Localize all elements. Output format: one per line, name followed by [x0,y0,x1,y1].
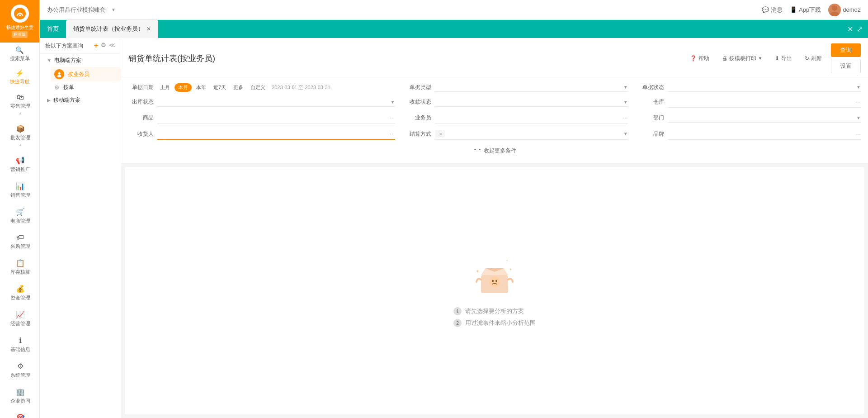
retail-icon: 🛍 [17,93,24,101]
operations-icon: 📈 [16,310,25,319]
date-more[interactable]: 更多 [231,83,246,92]
sidebar-item-wholesale[interactable]: 📦 批发管理 ▲ [0,120,39,152]
topbar-dropdown[interactable]: ▼ [111,7,116,12]
export-btn[interactable]: ⬇ 导出 [771,53,796,64]
sidebar-item-marketing[interactable]: 📢 营销推广 [0,152,39,177]
download-icon: 📱 [790,6,797,13]
date-last-7-days[interactable]: 近7天 [211,83,229,92]
date-last-month[interactable]: 上月 [157,83,173,92]
sidebar-item-inventory[interactable]: 📋 库存核算 [0,254,39,280]
pay-status-select[interactable]: ▼ [435,98,628,107]
sidebar-search[interactable]: 🔍 搜索菜单 [0,43,39,66]
date-custom[interactable]: 自定义 [248,83,268,92]
app-download-btn[interactable]: 📱 App下载 [790,6,821,14]
doc-status-label: 单据状态 [639,84,668,91]
sidebar-item-basic[interactable]: ℹ 基础信息 [0,332,39,357]
empty-hint-1: 1 请先选择要分析的方案 [453,307,536,315]
sidebar-item-sales[interactable]: 📊 销售管理 [0,177,39,203]
page-title-bar: 销货单统计表(按业务员) ❓ 帮助 🖨 按模板打印 ▼ ⬇ 导出 [121,38,868,77]
svg-text:✦: ✦ [506,259,508,262]
tree-desktop[interactable]: ▼ 电脑端方案 [40,54,121,67]
settings-scheme-icon[interactable]: ⚙ [101,42,106,50]
warehouse-input[interactable]: ··· [668,96,861,108]
svg-point-2 [832,5,837,11]
help-icon: ❓ [690,55,697,62]
tab-home[interactable]: 首页 [40,20,66,38]
query-btn[interactable]: 查询 [831,43,861,57]
tab-close-all-icon[interactable]: ✕ [847,25,853,33]
tab-sales-stat[interactable]: 销货单统计表（按业务员） ✕ [66,20,158,38]
date-label: 单据日期 [128,84,157,91]
collapse-panel-icon[interactable]: ≪ [109,42,115,50]
sidebar-item-finance[interactable]: 💰 资金管理 [0,280,39,306]
tree-by-order[interactable]: ⚙ 按单 [51,81,121,94]
help-btn[interactable]: ❓ 帮助 [686,53,713,64]
panel-header-title: 按以下方案查询 [45,42,83,50]
date-buttons: 上月 本月 本年 近7天 更多 自定义 [157,83,268,92]
sales-icon: 📊 [16,182,25,190]
doc-status-select[interactable]: ▼ [668,83,861,92]
doc-type-arrow: ▼ [623,85,628,90]
template-print-btn[interactable]: 🖨 按模板打印 ▼ [718,53,766,64]
date-this-year[interactable]: 本年 [193,83,209,92]
out-status-select[interactable]: ▼ [157,98,395,107]
message-icon: 💬 [762,6,769,13]
filter-row-3: 商品 ··· 业务员 ··· [128,112,861,124]
message-btn[interactable]: 💬 消息 [762,6,783,14]
sidebar-item-purchase[interactable]: 🏷 采购管理 [0,229,39,254]
sidebar-item-operations[interactable]: 📈 经营管理 [0,306,39,332]
tab-expand-icon[interactable]: ⤢ [857,25,863,33]
consignee-input[interactable]: ··· [157,128,395,140]
svg-text:✦: ✦ [509,267,512,271]
print-dropdown-icon: ▼ [758,56,762,61]
inventory-icon: 📋 [16,259,25,267]
tab-close-icon[interactable]: ✕ [146,26,151,32]
logo-icon [11,5,29,23]
collapse-btn[interactable]: ⌃⌃ 收起更多条件 [128,144,861,157]
brand-dots[interactable]: ··· [855,130,861,138]
logo-area: 畅捷通好生意 标准版 [0,0,39,43]
filter-doc-type: 单据类型 ▼ [406,83,628,92]
date-range: 2023-03-01 至 2023-03-31 [272,84,330,91]
staff-input[interactable]: ··· [435,112,628,124]
sidebar-quick-nav[interactable]: ⚡ 快捷导航 [0,66,39,89]
brand-label: 品牌 [639,130,668,138]
refresh-icon: ↻ [805,55,809,62]
retail-arrow: ▲ [19,111,23,115]
svg-point-1 [19,14,21,16]
content: 按以下方案查询 + ⚙ ≪ ▼ 电脑端方案 [40,38,868,418]
product-input[interactable]: ··· [157,112,395,124]
add-scheme-icon[interactable]: + [94,42,98,50]
tree-by-staff[interactable]: 按业务员 [51,67,121,81]
filter-doc-status: 单据状态 ▼ [639,83,861,92]
refresh-btn[interactable]: ↻ 刷新 [801,53,826,64]
newbie-icon: 🎯 [16,413,25,418]
sidebar-item-newbie[interactable]: 🎯 新手引导 [0,409,39,418]
dept-select[interactable]: ▼ [668,114,861,123]
sidebar-item-ecommerce[interactable]: 🛒 电商管理 [0,203,39,229]
filter-warehouse: 仓库 ··· [639,96,861,108]
sidebar: 畅捷通好生意 标准版 🔍 搜索菜单 ⚡ 快捷导航 🛍 零售管理 ▲ 📦 批发管理… [0,0,40,418]
page-actions: ❓ 帮助 🖨 按模板打印 ▼ ⬇ 导出 ↻ 刷新 [686,43,861,73]
consignee-dots[interactable]: ··· [390,130,395,137]
date-this-month[interactable]: 本月 [175,83,192,92]
sidebar-item-enterprise[interactable]: 🏢 企业协同 [0,383,39,409]
sidebar-item-retail[interactable]: 🛍 零售管理 ▲ [0,89,39,120]
brand-input[interactable]: ··· [668,128,861,140]
tree-mobile[interactable]: ▶ 移动端方案 [40,94,121,107]
user-avatar[interactable]: demo2 [828,4,861,16]
topbar-title: 办公用品行业模拟账套 [47,6,106,14]
staff-dots[interactable]: ··· [623,114,628,121]
settle-close-icon[interactable]: × [439,131,442,137]
empty-hint-2: 2 用过滤条件来缩小分析范围 [453,319,536,327]
warehouse-label: 仓库 [639,98,668,106]
settle-select[interactable]: × ▼ [435,128,628,140]
sidebar-item-system[interactable]: ⚙ 系统管理 [0,357,39,383]
settings-btn[interactable]: 设置 [831,59,861,73]
finance-icon: 💰 [16,285,25,293]
warehouse-dots[interactable]: ··· [855,98,861,105]
doc-type-select[interactable]: ▼ [435,83,628,92]
topbar-right: 💬 消息 📱 App下载 demo2 [762,4,861,16]
product-dots[interactable]: ··· [390,114,395,121]
filter-pay-status: 收款状态 ▼ [406,98,628,107]
